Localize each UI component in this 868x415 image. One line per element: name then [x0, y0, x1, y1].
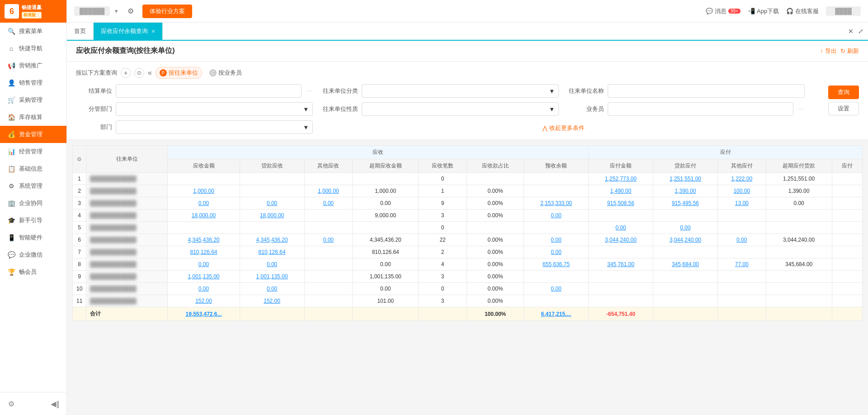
sidebar-item-enterprise[interactable]: 🏢 企业协同	[0, 195, 66, 212]
table-cell-data[interactable]: 18,000.00	[168, 210, 240, 222]
table-cell-data[interactable]: 1,390.00	[653, 185, 718, 197]
sidebar-collapse-btn[interactable]: ◀‖	[48, 397, 62, 410]
filter-nature-select[interactable]: ▼	[362, 102, 559, 116]
table-cell-data[interactable]: 18,000.00	[240, 210, 304, 222]
tab-ar-query[interactable]: 应收应付余额查询 ×	[94, 23, 163, 40]
table-cell-data[interactable]: 1,000.00	[168, 185, 240, 197]
sidebar-item-purchase[interactable]: 🛒 采购管理	[0, 91, 66, 109]
filter-dept-select[interactable]: ▼	[116, 102, 313, 116]
table-cell-data[interactable]: 152.00	[240, 295, 304, 307]
table-cell-data[interactable]: 0.00	[524, 234, 589, 246]
table-cell-data[interactable]: 1,000.00	[304, 185, 353, 197]
filter-row-nature: 往来单位性质 ▼	[322, 102, 559, 116]
table-cell-data[interactable]: 0.00	[240, 258, 304, 271]
user-avatar[interactable]: ████	[826, 8, 861, 14]
table-cell-data[interactable]: 13.00	[717, 197, 766, 210]
sidebar-item-marketing[interactable]: 📢 营销推广	[0, 57, 66, 74]
table-cell-data[interactable]: 0.00	[168, 283, 240, 295]
export-button[interactable]: ↑ 导出	[821, 47, 837, 55]
filter-salesman-input[interactable]	[608, 102, 793, 116]
table-cell-data[interactable]: 3,044,240.00	[653, 234, 718, 246]
table-cell-data[interactable]: 0.00	[168, 197, 240, 210]
filter-category-select[interactable]: ▼	[362, 84, 559, 98]
table-cell-data[interactable]: 1,222.00	[717, 173, 766, 185]
filter-settlement-input[interactable]	[116, 84, 302, 98]
sidebar-item-warehouse[interactable]: 🏠 库存核算	[0, 109, 66, 126]
table-cell-data[interactable]: 810,126.64	[168, 246, 240, 258]
query-button[interactable]: 查询	[828, 86, 859, 99]
sidebar-item-operation[interactable]: 📊 经营管理	[0, 143, 66, 160]
table-cell-data[interactable]: 0.00	[589, 222, 653, 234]
table-cell-data[interactable]: 345,761.00	[589, 258, 653, 271]
table-cell-data[interactable]: 0.00	[524, 283, 589, 295]
online-service-button[interactable]: 🎧 在线客服	[786, 7, 819, 15]
logo-icon: 6	[5, 4, 19, 19]
table-cell-data[interactable]: 0.00	[653, 222, 718, 234]
table-cell-data[interactable]: 0.00	[524, 210, 589, 222]
sidebar-item-quicknav[interactable]: ⌂ 快捷导航	[0, 40, 66, 57]
sidebar-item-sales[interactable]: 👤 销售管理	[0, 74, 66, 91]
sidebar-item-search[interactable]: 🔍 搜索菜单	[0, 23, 66, 40]
table-cell-data[interactable]: 1,251,551.00	[653, 173, 718, 185]
solution-button[interactable]: 体验行业方案	[142, 5, 192, 18]
table-cell-data[interactable]: 0.00	[524, 246, 589, 258]
table-cell-data[interactable]: 0.00	[240, 283, 304, 295]
filter-option-salesman[interactable]: C 按业务员	[206, 67, 245, 78]
sidebar-item-wechat[interactable]: 💬 企业微信	[0, 246, 66, 263]
sidebar-settings-btn[interactable]: ⚙	[5, 397, 18, 410]
sidebar-item-guide[interactable]: 🎓 新手引导	[0, 212, 66, 229]
table-cell-data[interactable]: 0.00	[717, 234, 766, 246]
tab-home[interactable]: 首页	[67, 23, 94, 40]
message-button[interactable]: 💬 消息 99+	[706, 7, 741, 15]
table-cell-data[interactable]: 1,001,135.00	[240, 271, 304, 283]
table-cell-data[interactable]: 0.00	[240, 197, 304, 210]
top-nav: ██████ ▼ ⚙ 体验行业方案 💬 消息 99+ 📲 App下载 🎧	[67, 0, 868, 23]
table-cell-data[interactable]: 4,345,436.20	[168, 234, 240, 246]
table-row: 2████████████1,000.001,000.001,000.0010.…	[73, 185, 863, 197]
table-cell-data[interactable]: 915,495.56	[653, 197, 718, 210]
table-cell-data[interactable]: 77.00	[717, 258, 766, 271]
filter-more-button[interactable]: ⋀ 收起更多条件	[542, 122, 585, 134]
filter-subdept-select[interactable]: ▼	[116, 120, 313, 134]
table-cell-data[interactable]: 0.00	[168, 258, 240, 271]
refresh-button[interactable]: ↻ 刷新	[840, 47, 859, 55]
table-cell-data[interactable]: 1,001,135.00	[168, 271, 240, 283]
table-cell-data[interactable]: 810,126.64	[240, 246, 304, 258]
table-th-payable-group: 应付	[589, 146, 863, 159]
table-cell-data[interactable]: 0.00	[304, 234, 353, 246]
table-cell-data	[304, 283, 353, 295]
table-cell-data[interactable]: 100.00	[717, 185, 766, 197]
filter-name-input[interactable]	[608, 84, 805, 98]
filter-dots2-icon[interactable]: ···	[799, 105, 805, 113]
table-cell-data[interactable]: 345,684.00	[653, 258, 718, 271]
filter-dots-icon[interactable]: ···	[307, 87, 313, 95]
filter-collapse-button[interactable]: «	[148, 69, 152, 77]
filter-option-partner[interactable]: P 按往来单位	[156, 67, 202, 79]
sidebar-item-member[interactable]: 🏆 畅会员	[0, 263, 66, 281]
table-cell-data[interactable]: 3,044,240.00	[589, 234, 653, 246]
nav-gear-button[interactable]: ⚙	[124, 5, 137, 18]
tab-expand-icon[interactable]: ⤢	[858, 28, 863, 35]
tab-close-window-icon[interactable]: ✕	[848, 28, 854, 35]
sidebar-item-hardware[interactable]: 📱 智能硬件	[0, 229, 66, 246]
filter-add-button[interactable]: +	[121, 68, 131, 78]
table-cell-data[interactable]: 4,345,436.20	[240, 234, 304, 246]
settings-button[interactable]: 设置	[828, 102, 859, 115]
table-cell-data[interactable]: 915,508.56	[589, 197, 653, 210]
table-footer-ar-amount[interactable]: 19,553,472,6...	[168, 307, 240, 321]
table-cell-data[interactable]: 0.00	[304, 197, 353, 210]
tab-close-button[interactable]: ×	[151, 28, 155, 35]
table-cell-data: 3	[419, 295, 467, 307]
filter-setting-button[interactable]: ⊙	[134, 68, 144, 78]
table-cell-data[interactable]: 1,490.00	[589, 185, 653, 197]
sidebar-item-system[interactable]: ⚙ 系统管理	[0, 177, 66, 195]
table-cell-data[interactable]: 2,153,333.00	[524, 197, 589, 210]
sidebar-item-basic[interactable]: 📋 基础信息	[0, 160, 66, 177]
table-cell-data[interactable]: 1,252,773.00	[589, 173, 653, 185]
sidebar-item-finance[interactable]: 💰 资金管理	[0, 126, 66, 143]
table-cell-data[interactable]: 152.00	[168, 295, 240, 307]
app-download-button[interactable]: 📲 App下载	[748, 7, 779, 15]
table-footer-ar-prepaid[interactable]: 6,417,215....	[524, 307, 589, 321]
table-settings-icon[interactable]: ⚙	[76, 156, 82, 162]
table-cell-data[interactable]: 655,636.75	[524, 258, 589, 271]
